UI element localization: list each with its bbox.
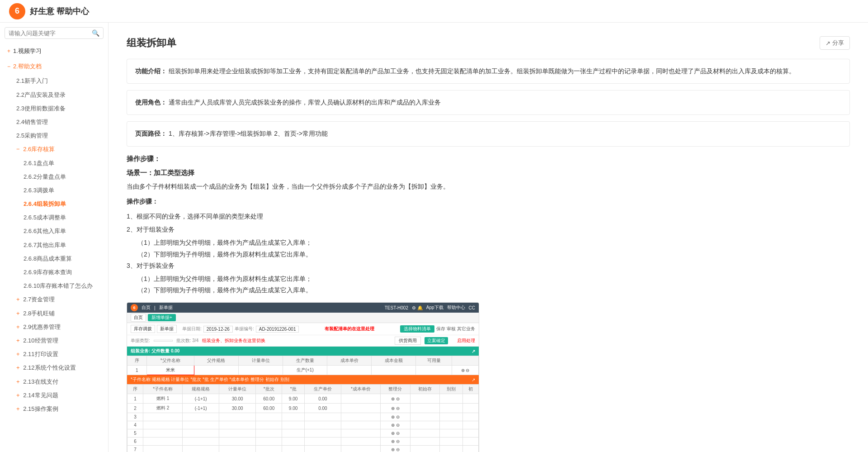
sidebar-item-inventory[interactable]: − 2.6库存核算 <box>0 143 108 156</box>
sidebar-item-otherinput[interactable]: 2.6.6其他入库单 <box>0 224 108 238</box>
ss-icons: ⚙ 🔔 <box>412 305 423 310</box>
sidebar-item-newbie[interactable]: 2.1新手入门 <box>0 74 108 88</box>
sidebar-item-finance[interactable]: + 2.7资金管理 <box>0 293 108 306</box>
sidebar-item-faq[interactable]: + 2.14常见问题 <box>0 389 108 402</box>
search-box[interactable]: 🔍 <box>5 27 104 39</box>
ss-ctd-o2 <box>440 404 462 413</box>
sidebar-item-otherout[interactable]: 2.6.7其他出库单 <box>0 238 108 252</box>
ss-ctd-p6 <box>304 438 341 446</box>
ss-ctd-c7 <box>341 446 380 452</box>
step3-sub1: （1）上部明细为父件明细，最终作为原材料生成某它出库单； <box>137 273 850 285</box>
ss-td-spec <box>194 366 238 375</box>
ss-apps: App下载 <box>426 305 443 311</box>
ss-parent-table-header: 序 *父件名称 父件规格 计量单位 生产数量 成本单价 成本金额 可用量 <box>127 356 479 366</box>
ss-ctd-b7 <box>256 421 282 429</box>
path-label: 页面路径： <box>135 130 167 137</box>
ss-select-bom-btn: 选择物料清单 <box>400 325 434 333</box>
ss-ctd-no3: 3 <box>127 413 143 421</box>
ss-annotation4: 启用处理 <box>457 338 475 344</box>
sidebar-item-coupon[interactable]: + 2.9优惠券管理 <box>0 320 108 334</box>
intro-label: 功能介绍： <box>135 67 167 75</box>
ss-ctd-c6 <box>341 438 380 446</box>
ss-ctd-p1: 0.00 <box>304 394 341 404</box>
table-row: 1 米米 生产(+1) ⊕ ⊖ <box>127 366 479 375</box>
sidebar-item-stocktake[interactable]: 2.6.1盘点单 <box>0 157 108 170</box>
sidebar-item-assembly[interactable]: 2.6.4组装拆卸单 <box>0 197 108 211</box>
sidebar-item-video[interactable]: + 1.视频学习 <box>0 43 108 59</box>
sidebar-item-adjust[interactable]: 2.6.3调拨单 <box>0 184 108 197</box>
table-row: 2 燃料 2 (-1+1) 30.00 60.00 9.00 0.00 ⊕ ⊖ <box>127 404 479 413</box>
role-text: 通常由生产人员或库管人员完成拆装业务的操作，库管人员确认原材料的出库和产成品的入… <box>169 99 441 106</box>
ss-child-table-header: 序 *子件名称 规格规格 计量单位 *批次 *批 生产单价 *成本单价 整理分 … <box>127 385 479 394</box>
ss-ctd-b8 <box>282 421 305 429</box>
sidebar-item-label: 2.帮助文档 <box>13 62 42 71</box>
ss-td-count: 生产(+1) <box>283 366 327 375</box>
ss-ctd-spec4 <box>183 421 219 429</box>
ss-ctd-o1 <box>440 394 462 404</box>
ss-td-total <box>372 366 416 375</box>
sidebar-item-invcopy[interactable]: 2.6.9库存账本查询 <box>0 266 108 279</box>
steps-list: 1、根据不同的业务，选择不同单据的类型来处理 2、对于组装业务 （1）上部明细为… <box>127 211 850 296</box>
sidebar-item-purchase[interactable]: 2.5采购管理 <box>0 129 108 143</box>
ss-th-spec: 父件规格 <box>194 356 238 366</box>
sidebar-item-cases[interactable]: + 2.15操作案例 <box>0 402 108 416</box>
sidebar-item-mobile[interactable]: + 2.8手机旺铺 <box>0 307 108 320</box>
search-icon[interactable]: 🔍 <box>92 29 99 37</box>
scene1-title: 场景一：加工类型选择 <box>127 169 850 177</box>
ss-new-btn: 新单据 <box>157 325 177 333</box>
sidebar-item-online[interactable]: + 2.13在线支付 <box>0 375 108 389</box>
ss-nav-sep: | <box>154 305 156 310</box>
sidebar-item-costadj[interactable]: 2.6.5成本调整单 <box>0 211 108 224</box>
ss-ctd-b14 <box>282 446 305 452</box>
page-title: 组装拆卸单 <box>127 36 176 50</box>
ss-cth-price: 生产单价 <box>304 385 341 394</box>
ss-section-child: *子件名称 规格规格 计量单位 *批次 *批 生产单价 *成本单价 整理分 初始… <box>127 375 479 384</box>
sidebar-item-goodscost[interactable]: 2.6.8商品成本重算 <box>0 252 108 266</box>
ss-th-count: 生产数量 <box>283 356 327 366</box>
sidebar-item-print[interactable]: + 2.11打印设置 <box>0 347 108 361</box>
sidebar-item-docs[interactable]: − 2.帮助文档 <box>0 59 108 74</box>
logo-text: 好生意 帮助中心 <box>30 6 89 17</box>
page-title-bar: 组装拆卸单 ↗ 分享 <box>127 36 850 50</box>
ss-ctd-a7 <box>462 446 478 452</box>
ss-ctd-b6 <box>282 413 305 421</box>
ss-ctd-s1: ⊕ ⊖ <box>380 394 410 404</box>
sidebar-item-partialinv[interactable]: 2.6.2分量盘点单 <box>0 170 108 184</box>
ss-ctd-c2 <box>341 404 380 413</box>
sidebar-item-operation[interactable]: + 2.10经营管理 <box>0 334 108 347</box>
share-label: 分享 <box>832 39 844 47</box>
screenshot-container: 6 自页 | 新单据 TEST-H002 ⚙ 🔔 App下载 帮助中心 CC 自… <box>127 302 479 452</box>
logo-char: 6 <box>15 6 19 16</box>
ss-th-stock: 可用量 <box>416 356 452 366</box>
sidebar-item-data-prep[interactable]: 2.3使用前数据准备 <box>0 102 108 115</box>
ss-ctd-o4 <box>440 421 462 429</box>
sidebar-item-install[interactable]: 2.2产品安装及登录 <box>0 88 108 102</box>
ss-section-parent: 组装业务: 父件数量 0.00 ↗ <box>127 347 479 356</box>
sidebar-item-sales[interactable]: 2.4销售管理 <box>0 115 108 129</box>
ss-ctd-no1: 1 <box>127 394 143 404</box>
ss-ctd-p5 <box>304 429 341 438</box>
ss-ctd-c1 <box>341 394 380 404</box>
ss-td-cost <box>327 366 372 375</box>
ss-ctd-name2: 燃料 2 <box>143 404 183 413</box>
ss-ctd-p3 <box>304 413 341 421</box>
ss-ctd-a2 <box>462 404 478 413</box>
ss-ctd-c4 <box>341 421 380 429</box>
ss-type-select: 库存调拨 <box>131 325 155 333</box>
ss-td-stock <box>416 366 452 375</box>
share-button[interactable]: ↗ 分享 <box>820 36 850 50</box>
collapse-icon: − <box>7 63 10 71</box>
ss-date-value: 2019-12-26 <box>203 326 233 333</box>
search-input[interactable] <box>9 30 92 37</box>
ss-ctd-name5 <box>143 429 183 438</box>
ss-ctd-name3 <box>143 413 183 421</box>
sidebar-item-custom[interactable]: + 2.12系统个性化设置 <box>0 361 108 375</box>
sidebar-item-invwrong[interactable]: 2.6.10库存账本错了怎么办 <box>0 279 108 293</box>
ss-ctd-b13 <box>256 446 282 452</box>
ss-ctd-unit5 <box>219 429 256 438</box>
ss-th-no: 序 <box>127 356 147 366</box>
ss-ctd-no7: 7 <box>127 446 143 452</box>
ss-ctd-a3 <box>462 413 478 421</box>
content-area: 组装拆卸单 ↗ 分享 功能介绍： 组装拆卸单用来处理企业组装或拆卸等加工业务，支… <box>108 23 868 452</box>
ss-ctd-o5 <box>440 429 462 438</box>
